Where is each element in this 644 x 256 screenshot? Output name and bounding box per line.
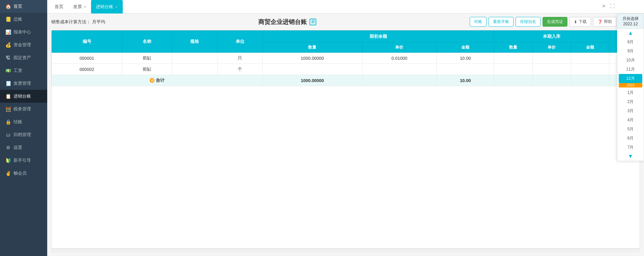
total-amount-begin: 10.00 bbox=[437, 75, 494, 86]
month-nav-up: ▲ bbox=[617, 29, 644, 37]
download-button[interactable]: ⬇ 下载 bbox=[569, 17, 591, 27]
sidebar-item-salary[interactable]: 💵 工资 bbox=[0, 64, 47, 77]
cost-method: 销售成本计算方法： 月平均 bbox=[51, 19, 105, 25]
sidebar-item-funds[interactable]: 💰 资金管理 bbox=[0, 39, 47, 51]
sidebar-item-closing[interactable]: 🔒 结账 bbox=[0, 116, 47, 128]
month-panel: 月份选择 2022.12 ▲ 8月 9月 10月 11月 12月 2023 1月… bbox=[617, 14, 644, 161]
save-as-button[interactable]: 存报别名 bbox=[516, 17, 540, 27]
reopen-button[interactable]: 重新开账 bbox=[489, 17, 514, 27]
tab-purchase-sales[interactable]: 进销台账 × bbox=[91, 0, 122, 14]
sidebar-item-assets[interactable]: 🏗 固定资产 bbox=[0, 51, 47, 64]
month-down-button[interactable]: ▼ bbox=[626, 153, 635, 160]
cost-method-value: 月平均 bbox=[92, 19, 105, 24]
sidebar-item-archive[interactable]: 🗂 归档管理 bbox=[0, 128, 47, 141]
month-item-6[interactable]: 6月 bbox=[617, 134, 644, 143]
sidebar-item-ledger[interactable]: 📒 总账 bbox=[0, 13, 47, 26]
month-up-button[interactable]: ▲ bbox=[626, 30, 635, 36]
content-area: 销售成本计算方法： 月平均 商贸企业进销台账 目 对账 重新开账 存报别名 生成… bbox=[47, 14, 644, 256]
sidebar-item-reports[interactable]: 📊 报表中心 bbox=[0, 26, 47, 39]
month-item-2[interactable]: 2月 bbox=[617, 97, 644, 106]
salary-icon: 💵 bbox=[5, 68, 11, 73]
sidebar-label-archive: 归档管理 bbox=[13, 132, 31, 138]
tab-invoice-label: 发票 bbox=[73, 4, 82, 10]
cell-amount-in bbox=[571, 64, 609, 75]
month-item-11[interactable]: 11月 bbox=[617, 65, 644, 74]
cell-qty-in bbox=[494, 64, 533, 75]
month-item-3[interactable]: 3月 bbox=[617, 106, 644, 116]
reconcile-button[interactable]: 对账 bbox=[470, 17, 487, 27]
cell-unit: 只 bbox=[217, 53, 262, 64]
sidebar-label-settings: 设置 bbox=[13, 145, 22, 151]
sidebar: 🏠 首页 📒 总账 📊 报表中心 💰 资金管理 🏗 固定资产 💵 工资 🧾 发票… bbox=[0, 0, 47, 256]
total-price-in bbox=[532, 75, 571, 86]
month-item-1[interactable]: 1月 bbox=[617, 88, 644, 97]
sidebar-label-funds: 资金管理 bbox=[13, 42, 31, 48]
total-qty-begin: 1000.00000 bbox=[263, 75, 362, 86]
sidebar-item-guide[interactable]: 🔰 新手引导 bbox=[0, 154, 47, 167]
month-item-12[interactable]: 12月 bbox=[619, 74, 642, 83]
horizontal-scrollbar[interactable] bbox=[51, 249, 640, 253]
col-sub-price-begin: 单价 bbox=[362, 43, 437, 53]
archive-icon: 🗂 bbox=[5, 132, 11, 137]
month-item-7[interactable]: 7月 bbox=[617, 143, 644, 152]
table-row: 000002 前缸 个 bbox=[52, 64, 640, 75]
guide-icon: 🔰 bbox=[5, 158, 11, 163]
generate-voucher-button[interactable]: 生成凭证 bbox=[543, 17, 567, 27]
month-item-9[interactable]: 9月 bbox=[617, 47, 644, 56]
data-table: 编号 名称 规格 单位 期初余额 本期入库 数 数量 单价 金额 数量 单价 bbox=[52, 30, 640, 86]
cell-name: 前缸 bbox=[122, 53, 172, 64]
month-item-8[interactable]: 8月 bbox=[617, 37, 644, 47]
sidebar-item-purchase-sales[interactable]: 📋 进销台账 bbox=[0, 90, 47, 103]
month-item-5[interactable]: 5月 bbox=[617, 125, 644, 134]
sidebar-label-ledger: 总账 bbox=[13, 16, 22, 22]
sidebar-label-closing: 结账 bbox=[13, 119, 22, 125]
cell-qty-in bbox=[494, 53, 533, 64]
next-year-badge: 2023 bbox=[619, 83, 642, 87]
sidebar-label-assets: 固定资产 bbox=[13, 55, 31, 61]
col-sub-qty-begin: 数量 bbox=[263, 43, 362, 53]
sidebar-label-home: 首页 bbox=[13, 3, 22, 9]
cell-price-in bbox=[532, 53, 571, 64]
col-header-name: 名称 bbox=[122, 31, 172, 53]
sidebar-label-invoice-mgmt: 发票管理 bbox=[13, 80, 31, 86]
col-sub-amount-begin: 金额 bbox=[437, 43, 494, 53]
sidebar-item-invoice-mgmt[interactable]: 🧾 发票管理 bbox=[0, 77, 47, 90]
title-area: 商贸企业进销台账 目 bbox=[258, 18, 316, 26]
sidebar-item-settings[interactable]: ⚙ 设置 bbox=[0, 141, 47, 154]
tab-purchase-sales-label: 进销台账 bbox=[96, 4, 113, 10]
month-panel-title: 月份选择 2022.12 bbox=[617, 14, 644, 29]
download-icon: ⬇ bbox=[574, 20, 577, 24]
sidebar-item-home[interactable]: 🏠 首页 bbox=[0, 0, 47, 13]
help-icon: ❓ bbox=[597, 20, 603, 24]
tab-home[interactable]: 首页 bbox=[50, 0, 68, 14]
purchase-sales-icon: 📋 bbox=[5, 94, 11, 99]
maximize-window-button[interactable]: ⛶ bbox=[609, 3, 615, 9]
help-button[interactable]: ❓ 帮助 bbox=[593, 17, 616, 27]
home-icon: 🏠 bbox=[5, 4, 11, 9]
tab-invoice[interactable]: 发票 × bbox=[68, 0, 91, 14]
cell-spec bbox=[172, 64, 217, 75]
sidebar-label-guide: 新手引导 bbox=[13, 157, 31, 163]
col-header-unit: 单位 bbox=[217, 31, 262, 53]
cell-price-begin: 0.01000 bbox=[362, 53, 437, 64]
funds-icon: 💰 bbox=[5, 42, 11, 48]
cell-unit: 个 bbox=[217, 64, 262, 75]
cell-name: 前缸 bbox=[122, 64, 172, 75]
sidebar-label-salary: 工资 bbox=[13, 68, 22, 74]
cell-qty-begin: 1000.00000 bbox=[263, 53, 362, 64]
col-header-begin-balance: 期初余额 bbox=[263, 31, 494, 43]
window-controls: ✕ ⛶ bbox=[601, 3, 615, 9]
close-window-button[interactable]: ✕ bbox=[601, 3, 607, 9]
col-header-spec: 规格 bbox=[172, 31, 217, 53]
sidebar-item-tax[interactable]: 🧮 税务管理 bbox=[0, 103, 47, 116]
total-icon: 合 bbox=[150, 78, 154, 83]
tab-purchase-sales-close[interactable]: × bbox=[115, 5, 117, 9]
tab-invoice-close[interactable]: × bbox=[84, 5, 86, 9]
month-item-10[interactable]: 10月 bbox=[617, 56, 644, 65]
total-price-begin bbox=[362, 75, 437, 86]
closing-icon: 🔒 bbox=[5, 119, 11, 125]
assets-icon: 🏗 bbox=[5, 55, 11, 60]
total-label-cell: 合 合计 bbox=[52, 75, 263, 86]
month-item-4[interactable]: 4月 bbox=[617, 116, 644, 125]
sidebar-item-vip[interactable]: ✌ 畅会员 bbox=[0, 167, 47, 180]
